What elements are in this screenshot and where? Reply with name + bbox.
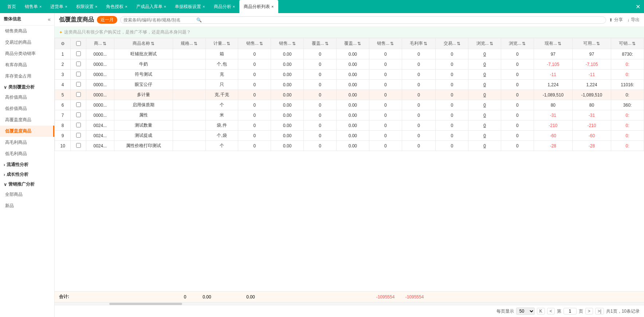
tab-template[interactable]: 单据模板设置 × — [170, 0, 209, 13]
row-checkbox-input[interactable] — [76, 72, 81, 76]
table-row[interactable]: 4 0000... 眼宝公仔 只 0 0.00 0 0.00 0 0 0 0 0… — [55, 80, 644, 90]
col-browse1[interactable]: 浏览... ⇅ — [468, 38, 501, 49]
sidebar-item-high-value[interactable]: 高价值商品 — [0, 92, 54, 103]
close-icon[interactable]: × — [164, 4, 166, 9]
row-checkbox-input[interactable] — [76, 123, 81, 127]
tab-analysis-list[interactable]: 商品分析列表 × — [239, 0, 278, 13]
table-row[interactable]: 2 0000... 牛奶 个,包 0 0.00 0 0.00 0 0 0 0 0… — [55, 59, 644, 70]
close-window-icon[interactable]: ✕ — [636, 3, 640, 10]
collapse-icon[interactable]: « — [48, 16, 51, 22]
sidebar-group-growth[interactable]: › 成长性分析 — [0, 169, 54, 179]
sidebar-item-low-margin[interactable]: 低毛利商品 — [0, 148, 54, 159]
col-sale-other[interactable]: 销售... ⇅ — [369, 38, 402, 49]
row-browse1[interactable]: 0 — [468, 120, 501, 131]
row-checkbox[interactable] — [71, 49, 86, 59]
close-icon[interactable]: × — [233, 4, 235, 9]
close-icon[interactable]: × — [271, 4, 274, 9]
sidebar-item-in-stock[interactable]: 有库存商品 — [0, 59, 54, 71]
table-row[interactable]: 3 0000... 符号测试 克 0 0.00 0 0.00 0 0 0 0 0… — [55, 70, 644, 80]
col-saleable[interactable]: 可销... ⇅ — [611, 38, 644, 49]
col-gross-margin[interactable]: 毛利率 ⇅ — [402, 38, 436, 49]
sidebar-item-inventory-capital[interactable]: 库存资金占用 — [0, 71, 54, 82]
row-browse1[interactable]: 0 — [468, 80, 501, 90]
col-sale-qty[interactable]: 销售... ⇅ — [238, 38, 271, 49]
sidebar-group-circulation[interactable]: › 流通性分析 — [0, 159, 54, 169]
col-name[interactable]: 商品名称 ⇅ — [114, 38, 173, 49]
col-browse2[interactable]: 浏览... ⇅ — [501, 38, 534, 49]
col-cover2[interactable]: 覆盖... ⇅ — [336, 38, 369, 49]
sidebar-item-high-margin[interactable]: 高毛利商品 — [0, 137, 54, 148]
export-button[interactable]: ↓ 导出 — [627, 17, 640, 23]
close-icon[interactable]: × — [39, 4, 42, 9]
sidebar-item-new-goods[interactable]: 新品 — [0, 200, 54, 211]
row-browse1[interactable]: 0 — [468, 141, 501, 151]
row-checkbox-input[interactable] — [76, 62, 81, 66]
close-icon[interactable]: × — [65, 4, 67, 9]
col-available[interactable]: 可用... ⇅ — [572, 38, 611, 49]
row-checkbox-input[interactable] — [76, 143, 81, 148]
row-browse1[interactable]: 0 — [468, 100, 501, 110]
col-code[interactable]: 商... ⇅ — [86, 38, 114, 49]
row-checkbox[interactable] — [71, 120, 86, 131]
sidebar-item-sales-goods[interactable]: 销售类商品 — [0, 25, 54, 37]
row-checkbox[interactable] — [71, 70, 86, 80]
row-checkbox-input[interactable] — [76, 102, 81, 107]
select-all-checkbox[interactable] — [76, 41, 81, 46]
tab-sales[interactable]: 销售单 × — [20, 0, 46, 13]
close-icon[interactable]: × — [125, 4, 127, 9]
share-button[interactable]: ⬆ 分享 — [609, 17, 623, 23]
col-settings[interactable]: ⚙ — [55, 38, 71, 49]
prev-page-button[interactable]: < — [547, 308, 555, 314]
row-checkbox-input[interactable] — [76, 51, 81, 56]
page-input[interactable] — [564, 308, 577, 314]
col-spec[interactable]: 规格... ⇅ — [173, 38, 205, 49]
row-browse1[interactable]: 0 — [468, 90, 501, 100]
tab-purchase[interactable]: 进货单 × — [46, 0, 71, 13]
table-row[interactable]: 10 0024... 属性价格打印测试 个 0 0.00 0 0.00 0 0 … — [55, 141, 644, 151]
table-row[interactable]: 7 0000... 属性 米 0 0.00 0 0.00 0 0 0 0 0 -… — [55, 110, 644, 120]
table-row[interactable]: 8 0024... 测试数量 袋,件 0 0.00 0 0.00 0 0 0 0… — [55, 120, 644, 131]
row-checkbox-input[interactable] — [76, 92, 81, 97]
row-checkbox[interactable] — [71, 141, 86, 151]
search-icon[interactable]: 🔍 — [196, 17, 202, 23]
row-checkbox[interactable] — [71, 110, 86, 120]
col-unit[interactable]: 计量... ⇅ — [205, 38, 238, 49]
table-row[interactable]: 1 0000... 旺辅批次测试 箱 0 0.00 0 0.00 0 0 0 0… — [55, 49, 644, 59]
next-page-button[interactable]: > — [585, 308, 593, 314]
sidebar-item-traded-goods[interactable]: 交易过的商品 — [0, 37, 54, 48]
row-checkbox-input[interactable] — [76, 82, 81, 87]
col-sale-amount[interactable]: 销售... ⇅ — [271, 38, 304, 49]
tab-production[interactable]: 产成品入库单 × — [132, 0, 170, 13]
tab-analysis[interactable]: 商品分析 × — [209, 0, 239, 13]
time-filter-button[interactable]: 近一月 — [97, 16, 117, 24]
table-row[interactable]: 9 0024... 测试提成 个,袋 0 0.00 0 0.00 0 0 0 0… — [55, 131, 644, 141]
row-checkbox-input[interactable] — [76, 133, 81, 138]
tab-permissions[interactable]: 权限设置 × — [72, 0, 102, 13]
table-row[interactable]: 6 0000... 启用保质期 个 0 0.00 0 0.00 0 0 0 0 … — [55, 100, 644, 110]
sidebar-item-high-coverage[interactable]: 高覆盖度商品 — [0, 114, 54, 126]
sidebar-item-category-sale-rate[interactable]: 商品分类动销率 — [0, 48, 54, 59]
row-browse1[interactable]: 0 — [468, 49, 501, 59]
table-row[interactable]: 5 0000... 多计量 克,千克 0 0.00 0 0.00 0 0 0 0… — [55, 90, 644, 100]
first-page-button[interactable]: K — [537, 308, 545, 314]
row-checkbox[interactable] — [71, 59, 86, 70]
row-browse1[interactable]: 0 — [468, 59, 501, 70]
search-input[interactable] — [123, 17, 196, 23]
sidebar-item-all-goods[interactable]: 全部商品 — [0, 189, 54, 200]
sidebar-group-marketing[interactable]: ∨ 营销推广分析 — [0, 179, 54, 189]
row-browse1[interactable]: 0 — [468, 70, 501, 80]
close-icon[interactable]: × — [95, 4, 97, 9]
row-browse1[interactable]: 0 — [468, 110, 501, 120]
row-checkbox[interactable] — [71, 90, 86, 100]
col-checkbox[interactable] — [71, 38, 86, 49]
per-page-select[interactable]: 20 50 100 — [516, 308, 535, 315]
last-page-button[interactable]: >| — [595, 308, 604, 314]
sidebar-item-low-value[interactable]: 低价值商品 — [0, 103, 54, 114]
tab-home[interactable]: 首页 — [3, 0, 20, 13]
col-trade[interactable]: 交易... ⇅ — [436, 38, 468, 49]
row-browse1[interactable]: 0 — [468, 131, 501, 141]
close-icon[interactable]: × — [203, 4, 205, 9]
sidebar-item-low-coverage[interactable]: 低覆盖度商品 — [0, 126, 54, 137]
row-checkbox[interactable] — [71, 131, 86, 141]
col-current[interactable]: 现有... ⇅ — [534, 38, 572, 49]
